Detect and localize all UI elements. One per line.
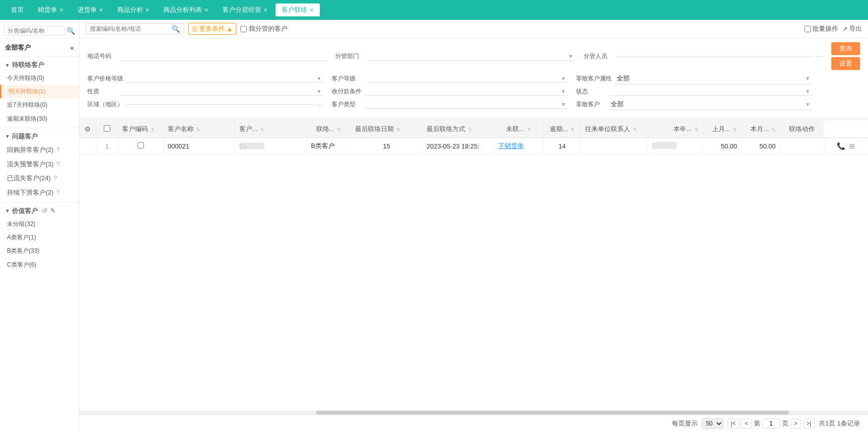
page-label: 第 xyxy=(754,419,760,428)
nav-tab-customer-contact[interactable]: 客户联络 ✕ xyxy=(276,3,320,16)
col-header-last-month: 上月... ⇅ xyxy=(703,121,741,138)
row-last-way-link[interactable]: 下销货单 xyxy=(498,142,524,149)
filter-more-btn[interactable]: ☰ 更多条件 ▲ xyxy=(188,23,236,35)
sidebar-item-7days[interactable]: 近7天待联络(0) xyxy=(0,98,79,112)
person-dots-btn[interactable]: ··· xyxy=(816,52,823,60)
last-page-btn[interactable]: >| xyxy=(803,419,815,429)
nav-close-goods-list[interactable]: ✕ xyxy=(204,7,209,13)
table-gear-icon[interactable]: ⚙ xyxy=(84,125,91,133)
select-all-checkbox[interactable] xyxy=(104,125,110,132)
first-page-btn[interactable]: |< xyxy=(727,419,739,429)
nav-close-purchase[interactable]: ✕ xyxy=(99,7,103,13)
row-unlinked: 14 xyxy=(544,138,581,154)
help-icon-churn[interactable]: ? xyxy=(56,160,60,168)
sidebar-item-churned[interactable]: 已流失客户(24) ? xyxy=(0,171,79,186)
nav-close-goods-analysis[interactable]: ✕ xyxy=(145,7,149,13)
edit-icon[interactable]: ✎ xyxy=(50,207,56,215)
sidebar-search-input[interactable] xyxy=(4,26,65,36)
filter-icon: ☰ xyxy=(192,25,198,33)
sort-icon-last-way[interactable]: ⇅ xyxy=(468,127,472,132)
col-header-gear: ⚙ xyxy=(79,121,96,138)
nav-tab-goods-analysis[interactable]: 商品分析 ✕ xyxy=(111,3,155,16)
nav-close-customer-tier[interactable]: ✕ xyxy=(263,7,268,13)
nav-tab-purchase[interactable]: 进货单 ✕ xyxy=(72,3,109,16)
nav-tab-sales[interactable]: 销货单 ✕ xyxy=(32,3,70,16)
sort-icon-contact[interactable]: ⇅ xyxy=(337,127,341,132)
top-nav: 首页 销货单 ✕ 进货单 ✕ 商品分析 ✕ 商品分析列表 ✕ 客户分层经营 ✕ … xyxy=(0,0,868,20)
help-icon-churned[interactable]: ? xyxy=(53,174,57,182)
sort-icon-last-date[interactable]: ⇅ xyxy=(396,127,400,132)
sidebar-item-class-b[interactable]: B类客户(33) xyxy=(0,244,79,258)
sidebar-item-today[interactable]: 今天待联络(0) xyxy=(0,72,79,85)
export-btn[interactable]: ↗ 导出 xyxy=(842,24,862,33)
col-header-type: 客户... ⇅ xyxy=(235,121,306,138)
page-number-input[interactable] xyxy=(762,419,780,429)
filter-customer-grade-label: 客户等级 xyxy=(332,74,362,83)
filter-price-grade-select[interactable]: ▼ xyxy=(126,74,324,83)
my-customers-check[interactable]: 我分管的客户 xyxy=(240,24,288,33)
filter-customer-grade-select[interactable]: ▼ xyxy=(364,74,568,83)
sidebar-item-overdue[interactable]: 逾期未联络(30) xyxy=(0,112,79,126)
phone-icon[interactable]: 📞 xyxy=(837,142,845,150)
qr-icon[interactable]: ⊞ xyxy=(849,142,855,150)
sort-icon-unlinked[interactable]: ⇅ xyxy=(527,127,531,132)
help-icon-declining[interactable]: ? xyxy=(56,189,60,196)
sidebar-item-churn-warning[interactable]: 流失预警客户(3) ? xyxy=(0,157,79,172)
sort-icon-type[interactable]: ⇅ xyxy=(260,127,264,132)
filter-dept: 分管部门 ▼ xyxy=(335,52,575,61)
horizontal-scrollbar[interactable] xyxy=(79,411,868,415)
batch-checkbox[interactable] xyxy=(804,26,811,32)
nav-tab-customer-tier[interactable]: 客户分层经营 ✕ xyxy=(217,3,274,16)
filter-retail-customer-select[interactable]: 全部 ▼ xyxy=(609,99,812,110)
sort-icon-name[interactable]: ⇅ xyxy=(196,127,200,132)
filter-customer-type: 客户类型 ▼ xyxy=(332,100,568,109)
row-checkbox[interactable] xyxy=(138,142,144,148)
refresh-icon[interactable]: ↺ xyxy=(42,207,47,215)
row-last-way: 下销货单 xyxy=(494,138,544,154)
filter-retail-attr-select[interactable]: 全部 ▼ xyxy=(615,73,812,84)
sort-icon-contact-person[interactable]: ⇅ xyxy=(633,127,637,132)
toolbar: 🔍 ☰ 更多条件 ▲ 我分管的客户 批量操作 ↗ 导出 xyxy=(79,20,868,38)
sidebar-item-class-a[interactable]: A类客户(1) xyxy=(0,231,79,244)
filter-status-select[interactable]: ▼ xyxy=(609,87,812,96)
search-icon[interactable]: 🔍 xyxy=(171,25,180,33)
sidebar-search-icon[interactable]: 🔍 xyxy=(67,27,75,35)
query-button[interactable]: 查询 xyxy=(831,42,860,55)
sidebar-item-declining[interactable]: 持续下滑客户(2) ? xyxy=(0,186,79,200)
sort-icon-overdue[interactable]: ⇅ xyxy=(571,127,575,132)
filter-nature-select[interactable]: ▼ xyxy=(120,87,324,96)
my-customers-checkbox[interactable] xyxy=(240,26,247,32)
sidebar-group-problem: ▼ 问题客户 xyxy=(0,130,79,143)
filter-customer-type-select[interactable]: ▼ xyxy=(364,100,568,109)
col-header-contact: 联络... ⇅ xyxy=(307,121,351,138)
sort-icon-last-month[interactable]: ⇅ xyxy=(733,127,737,132)
filter-payment-select[interactable]: ▼ xyxy=(364,87,568,96)
filter-nature: 性质 ▼ xyxy=(87,87,324,96)
sort-icon-year[interactable]: ⇅ xyxy=(695,127,699,132)
row-name-blurred: Ea xyxy=(239,143,264,149)
area-dots-btn[interactable]: ··· xyxy=(316,101,324,109)
set-button[interactable]: 设置 xyxy=(831,57,860,70)
sidebar-all-customers[interactable]: 全部客户 « xyxy=(0,41,79,54)
next-page-btn[interactable]: > xyxy=(791,419,801,429)
sort-icon-code[interactable]: ⇅ xyxy=(151,127,155,132)
filter-dept-select[interactable]: ▼ xyxy=(368,52,575,61)
nav-home[interactable]: 首页 xyxy=(5,3,30,16)
search-input[interactable] xyxy=(90,25,169,32)
filter-phone-input[interactable] xyxy=(120,52,327,61)
nav-tab-goods-list[interactable]: 商品分析列表 ✕ xyxy=(157,3,215,16)
nav-close-sales[interactable]: ✕ xyxy=(59,7,64,13)
filter-retail-customer: 零散客户 全部 ▼ xyxy=(576,99,812,110)
help-icon-repurchase[interactable]: ? xyxy=(56,146,60,153)
page-size-select[interactable]: 50 xyxy=(702,418,723,429)
batch-op-btn[interactable]: 批量操作 xyxy=(804,24,838,33)
sidebar-item-ungrouped[interactable]: 未分组(32) xyxy=(0,217,79,231)
sidebar-item-repurchase[interactable]: 回购异常客户(2) ? xyxy=(0,143,79,157)
nav-close-customer-contact[interactable]: ✕ xyxy=(309,7,314,13)
sidebar-item-tomorrow[interactable]: 明天待联络(1) xyxy=(0,85,79,98)
sidebar-item-class-c[interactable]: C类客户(6) xyxy=(0,258,79,272)
prev-page-btn[interactable]: < xyxy=(741,419,752,429)
collapse-icon[interactable]: « xyxy=(70,44,74,52)
filter-nature-label: 性质 xyxy=(87,87,117,96)
sort-icon-this-month[interactable]: ⇅ xyxy=(772,127,776,132)
